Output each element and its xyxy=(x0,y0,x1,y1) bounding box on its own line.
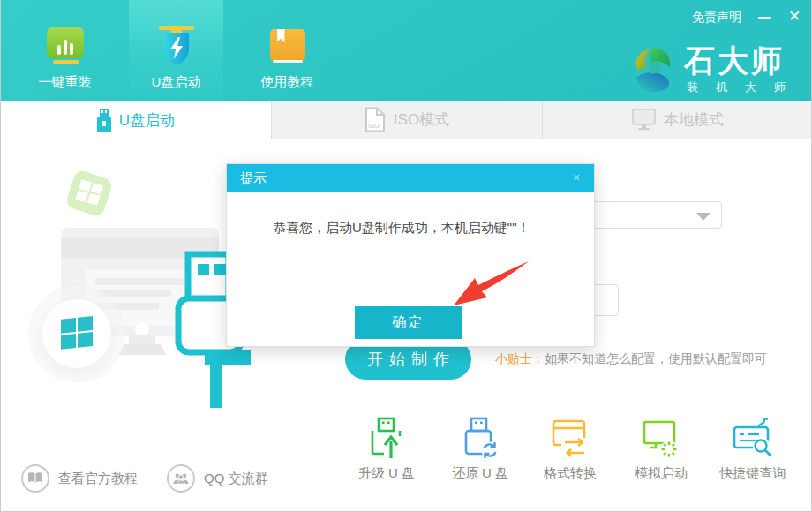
monitor-base xyxy=(118,344,166,355)
nav-tab-label: U盘启动 xyxy=(152,74,201,91)
tool-restore-usb[interactable]: 还原 U 盘 xyxy=(434,417,526,482)
minimize-button[interactable] xyxy=(756,8,775,26)
mode-tabs: U盘启动 ISO ISO模式 本地模式 xyxy=(1,101,812,139)
footer-link-label: 查看官方教程 xyxy=(58,471,138,487)
mode-tab-iso[interactable]: ISO ISO模式 xyxy=(271,101,542,139)
nav-tab-one-click-reinstall[interactable]: 一键重装 xyxy=(19,0,111,101)
tool-hotkey-query[interactable]: 快捷键查询 xyxy=(707,417,799,482)
tool-label: 模拟启动 xyxy=(635,465,688,482)
svg-text:ISO: ISO xyxy=(368,122,380,130)
mode-tab-local[interactable]: 本地模式 xyxy=(542,101,812,139)
brand-subtitle: 装机大师 xyxy=(687,79,786,95)
ok-button[interactable]: 确定 xyxy=(355,306,462,339)
usb-restore-icon xyxy=(461,417,500,459)
titlebar-controls: 免责声明 ✕ xyxy=(680,0,812,35)
mode-tab-usb-boot[interactable]: U盘启动 xyxy=(1,101,271,139)
mode-tab-label: ISO模式 xyxy=(394,109,449,130)
close-button[interactable]: ✕ xyxy=(785,7,804,26)
chevron-down-icon xyxy=(696,213,710,221)
qq-group-link[interactable]: QQ 交流群 xyxy=(167,464,268,493)
official-tutorial-link[interactable]: 查看官方教程 xyxy=(21,464,138,493)
app-window: 一键重装 U盘启动 使用教程 xyxy=(0,0,812,512)
nav-tab-label: 一键重装 xyxy=(39,74,92,91)
bar-chart-icon xyxy=(47,27,84,66)
people-circle-icon xyxy=(167,464,195,493)
monitor-stand xyxy=(129,335,155,345)
tool-label: 快捷键查询 xyxy=(720,465,786,482)
dialog-title: 提示 xyxy=(240,170,267,185)
mode-tab-label: 本地模式 xyxy=(664,109,724,130)
hotkey-search-icon xyxy=(733,417,773,459)
simulate-boot-icon xyxy=(642,417,680,459)
brand-swirl-icon xyxy=(631,44,677,94)
footer-link-label: QQ 交流群 xyxy=(204,471,268,487)
tip-text: 小贴士：如果不知道怎么配置，使用默认配置即可 xyxy=(495,351,767,367)
tool-label: 格式转换 xyxy=(544,465,597,482)
disclaimer-link[interactable]: 免责声明 xyxy=(692,10,741,26)
brand-name: 石大师 xyxy=(684,41,785,82)
book-icon xyxy=(270,27,305,66)
nav-tab-tutorial[interactable]: 使用教程 xyxy=(241,0,334,101)
mode-tab-label: U盘启动 xyxy=(119,110,175,131)
tool-upgrade-usb[interactable]: 升级 U 盘 xyxy=(341,417,432,482)
usb-icon xyxy=(97,109,111,132)
book-circle-icon xyxy=(21,464,49,493)
shield-bolt-icon xyxy=(157,26,196,66)
nav-tab-usb-boot[interactable]: U盘启动 xyxy=(129,0,223,101)
usb-upgrade-icon xyxy=(367,417,406,459)
tool-format-convert[interactable]: 格式转换 xyxy=(524,417,616,482)
header: 一键重装 U盘启动 使用教程 xyxy=(1,0,812,101)
windows-circle-illustration xyxy=(42,299,111,368)
format-convert-icon xyxy=(551,417,590,459)
monitor-icon xyxy=(632,109,656,131)
iso-file-icon: ISO xyxy=(365,107,386,132)
nav-tab-label: 使用教程 xyxy=(261,74,314,91)
brand-logo: 石大师 装机大师 xyxy=(631,39,808,95)
windows-flag-icon xyxy=(75,179,104,208)
tool-simulate-boot[interactable]: 模拟启动 xyxy=(615,417,707,482)
dialog-message: 恭喜您，启动U盘制作成功，本机启动键""！ xyxy=(273,220,530,237)
windows-flag-icon xyxy=(59,316,94,351)
tip-label: 小贴士： xyxy=(495,351,545,365)
tool-label: 还原 U 盘 xyxy=(452,465,508,482)
dialog-close-icon[interactable]: × xyxy=(568,169,585,186)
tool-label: 升级 U 盘 xyxy=(358,465,415,482)
success-dialog: 提示 × 恭喜您，启动U盘制作成功，本机启动键""！ 确定 xyxy=(226,163,595,347)
dialog-titlebar: 提示 × xyxy=(227,164,594,192)
